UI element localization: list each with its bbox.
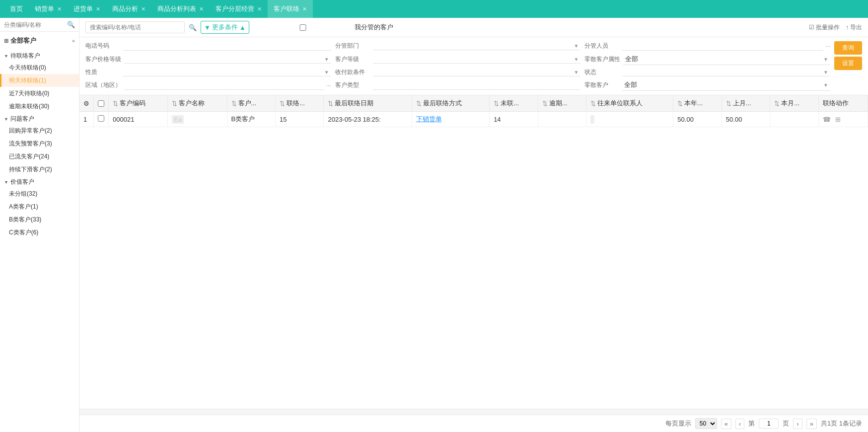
sidebar-ungrouped[interactable]: 未分组(32) bbox=[0, 187, 79, 200]
nav-purchase-order[interactable]: 进货单 ✕ bbox=[68, 0, 106, 18]
region-input[interactable] bbox=[124, 80, 324, 90]
customer-table-container: ⚙ ⇅ 客户编码 ⇅ bbox=[79, 95, 868, 409]
sidebar-search-icon[interactable]: 🔍 bbox=[67, 21, 75, 28]
th-no-contact[interactable]: ⇅ 未联... bbox=[490, 95, 538, 112]
phone-input[interactable] bbox=[123, 41, 331, 51]
sidebar-today-pending[interactable]: 今天待联络(0) bbox=[0, 61, 79, 74]
select-all-checkbox[interactable] bbox=[98, 100, 104, 107]
customer-type-input[interactable] bbox=[373, 80, 581, 90]
close-customer-contact-icon[interactable]: ✕ bbox=[302, 6, 307, 12]
filter-row-1: 电话号码 分管部门 ▼ 分管人员 bbox=[85, 41, 830, 51]
th-checkbox[interactable] bbox=[94, 95, 109, 112]
status-select[interactable]: ▼ bbox=[622, 69, 830, 76]
first-page-button[interactable]: « bbox=[721, 419, 731, 429]
th-name[interactable]: ⇅ 客户名称 bbox=[168, 95, 227, 112]
region-more-icon[interactable]: ··· bbox=[326, 82, 331, 89]
nav-home[interactable]: 首页 bbox=[4, 0, 29, 18]
search-icon[interactable]: 🔍 bbox=[189, 24, 197, 31]
th-contact-count[interactable]: ⇅ 联络... bbox=[275, 95, 323, 112]
sidebar-7day-pending[interactable]: 近7天待联络(0) bbox=[0, 87, 79, 100]
close-product-analysis-icon[interactable]: ✕ bbox=[141, 6, 145, 12]
query-button[interactable]: 查询 bbox=[834, 41, 862, 55]
sort-icon-contact: ⇅ bbox=[280, 100, 285, 107]
status-dropdown-icon: ▼ bbox=[823, 70, 828, 75]
search-input[interactable] bbox=[85, 21, 185, 33]
last-page-button[interactable]: » bbox=[806, 419, 817, 429]
nav-customer-contact[interactable]: 客户联络 ✕ bbox=[268, 0, 313, 18]
page-label: 第 bbox=[748, 419, 755, 428]
th-code[interactable]: ⇅ 客户编码 bbox=[109, 95, 168, 112]
th-settings[interactable]: ⚙ bbox=[79, 95, 94, 112]
th-last-month[interactable]: ⇅ 上月... bbox=[722, 95, 770, 112]
retail-customer-select[interactable]: 全部 ▼ bbox=[622, 79, 830, 91]
person-input[interactable] bbox=[622, 41, 823, 51]
page-number-input[interactable] bbox=[759, 419, 779, 429]
horizontal-scrollbar[interactable] bbox=[79, 409, 868, 415]
customer-level-select[interactable]: ▼ bbox=[373, 56, 581, 64]
sidebar-repurchase-abnormal[interactable]: 回购异常客户(2) bbox=[0, 124, 79, 137]
action-phone-icon[interactable]: ☎ bbox=[823, 116, 831, 123]
per-page-select[interactable]: 50 bbox=[695, 418, 717, 429]
sidebar-a-class[interactable]: A类客户(1) bbox=[0, 200, 79, 213]
dept-select[interactable]: ▼ bbox=[373, 42, 581, 50]
th-contact-person[interactable]: ⇅ 往来单位联系人 bbox=[586, 95, 673, 112]
sort-icon-lmonth: ⇅ bbox=[726, 100, 731, 107]
nav-product-analysis-list[interactable]: 商品分析列表 ✕ bbox=[151, 0, 210, 18]
retail-attr-select[interactable]: 全部 ▼ bbox=[623, 54, 830, 65]
export-button[interactable]: ↑ 导出 bbox=[846, 23, 862, 32]
more-conditions-button[interactable]: ▼ 更多条件 ▲ bbox=[201, 21, 249, 34]
price-level-select[interactable]: ▼ bbox=[124, 56, 331, 64]
payment-select[interactable]: ▼ bbox=[373, 69, 581, 76]
gender-select[interactable]: ▼ bbox=[123, 69, 331, 76]
my-customers-checkbox-area[interactable]: 我分管的客户 bbox=[253, 23, 393, 32]
nav-sales-order[interactable]: 销货单 ✕ bbox=[29, 0, 68, 18]
close-purchase-order-icon[interactable]: ✕ bbox=[96, 6, 100, 12]
cell-last-contact-method[interactable]: 下销货单 bbox=[412, 112, 490, 127]
batch-operation-button[interactable]: ☑ 批量操作 bbox=[809, 23, 840, 32]
all-customers-header[interactable]: ⊞ 全部客户 « bbox=[0, 34, 79, 48]
close-customer-segment-icon[interactable]: ✕ bbox=[257, 6, 262, 12]
th-last-contact-date[interactable]: ⇅ 最后联络日期 bbox=[324, 95, 412, 112]
sidebar-b-class[interactable]: B类客户(33) bbox=[0, 213, 79, 226]
sort-icon: ⇅ bbox=[113, 100, 118, 107]
sidebar-c-class[interactable]: C类客户(6) bbox=[0, 226, 79, 239]
action-grid-icon[interactable]: ⊞ bbox=[835, 116, 841, 123]
row-checkbox[interactable] bbox=[98, 115, 104, 122]
content-area: 🔍 ▼ 更多条件 ▲ 我分管的客户 ☑ 批量操作 ↑ 导出 bbox=[79, 18, 868, 432]
next-page-button[interactable]: › bbox=[793, 419, 802, 429]
top-navigation: 首页 销货单 ✕ 进货单 ✕ 商品分析 ✕ 商品分析列表 ✕ 客户分层经营 ✕ … bbox=[0, 0, 868, 18]
my-customers-checkbox[interactable] bbox=[253, 24, 353, 31]
contact-method-link[interactable]: 下销货单 bbox=[416, 115, 442, 123]
prev-page-button[interactable]: ‹ bbox=[735, 419, 744, 429]
customer-type-field: 客户类型 bbox=[335, 80, 581, 90]
customer-level-dropdown-icon: ▼ bbox=[574, 57, 579, 62]
cell-checkbox[interactable] bbox=[94, 112, 109, 127]
close-product-analysis-list-icon[interactable]: ✕ bbox=[199, 6, 204, 12]
sidebar-search-input[interactable] bbox=[4, 21, 67, 28]
nav-product-analysis[interactable]: 商品分析 ✕ bbox=[106, 0, 151, 18]
cell-index: 1 bbox=[79, 112, 94, 127]
sidebar-churned[interactable]: 已流失客户(24) bbox=[0, 150, 79, 163]
th-this-month[interactable]: ⇅ 本月... bbox=[770, 95, 818, 112]
set-button[interactable]: 设置 bbox=[834, 57, 862, 70]
batch-icon: ☑ bbox=[809, 24, 814, 31]
sidebar-tomorrow-pending[interactable]: 明天待联络(1) bbox=[0, 74, 79, 87]
person-more-icon[interactable]: ··· bbox=[825, 43, 830, 50]
retail-attr-dropdown-icon: ▼ bbox=[823, 57, 828, 62]
pagination-bar: 每页显示 50 « ‹ 第 页 › » 共1页 1条记录 bbox=[79, 415, 868, 432]
nav-customer-segment[interactable]: 客户分层经营 ✕ bbox=[210, 0, 268, 18]
sort-icon-name: ⇅ bbox=[172, 100, 177, 107]
sidebar-overdue-pending[interactable]: 逾期未联络(30) bbox=[0, 100, 79, 113]
th-last-contact-method[interactable]: ⇅ 最后联络方式 bbox=[412, 95, 490, 112]
close-sales-order-icon[interactable]: ✕ bbox=[57, 6, 62, 12]
filter-bar: 🔍 ▼ 更多条件 ▲ 我分管的客户 ☑ 批量操作 ↑ 导出 bbox=[79, 18, 868, 37]
cell-contact-count: 15 bbox=[275, 112, 323, 127]
sidebar-declining[interactable]: 持续下滑客户(2) bbox=[0, 163, 79, 176]
th-this-year[interactable]: ⇅ 本年... bbox=[673, 95, 722, 112]
cell-type: B类客户 bbox=[227, 112, 275, 127]
sidebar-churn-warning[interactable]: 流失预警客户(3) bbox=[0, 137, 79, 150]
table-header-row: ⚙ ⇅ 客户编码 ⇅ bbox=[79, 95, 868, 112]
th-overdue[interactable]: ⇅ 逾期... bbox=[538, 95, 586, 112]
th-type[interactable]: ⇅ 客户... bbox=[227, 95, 275, 112]
settings-icon[interactable]: ⚙ bbox=[83, 100, 89, 107]
